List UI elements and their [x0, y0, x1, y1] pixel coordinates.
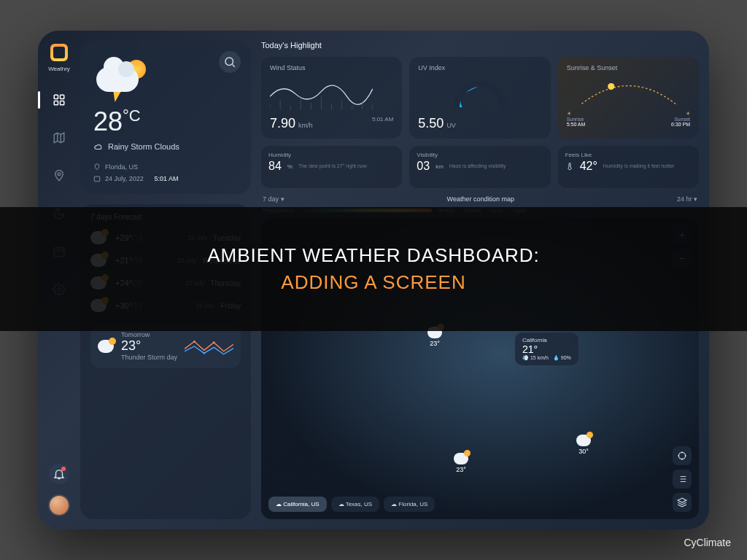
notifications-button[interactable]	[49, 464, 69, 484]
watermark: CyClimate	[684, 537, 731, 548]
feels-value: 42°	[580, 160, 597, 173]
overlay-line1: AMBIENT WEATHER DASHBOARD:	[207, 244, 540, 267]
svg-rect-3	[61, 101, 64, 105]
callout-humidity: 90%	[561, 355, 571, 360]
nav-location[interactable]	[38, 164, 80, 187]
temp-value: 28	[93, 106, 123, 136]
tomorrow-text: Tomorrow 23° Thunder Storm day	[121, 331, 177, 361]
humidity-value: 84	[268, 160, 282, 173]
sun-title: Sunrise & Sunset	[567, 64, 690, 71]
wind-value: 7.90	[270, 116, 295, 131]
sidebar-bottom	[48, 464, 70, 516]
humidity-unit: %	[287, 163, 293, 170]
uv-gauge	[418, 74, 541, 114]
tomorrow-temp: 23°	[121, 338, 177, 354]
map-pin[interactable]: 30°	[576, 435, 591, 455]
visibility-value: 03	[417, 160, 430, 173]
bell-icon	[53, 467, 66, 481]
sun-card: Sunrise & Sunset ☀ Sunrise5:50 AM ☀ Suns…	[558, 57, 699, 139]
search-icon	[223, 55, 236, 69]
sunset-block: ☀ Sunset6:30 PM	[671, 111, 690, 127]
callout-name: California	[522, 337, 571, 343]
map-icon	[53, 131, 66, 144]
crosshair-icon	[677, 451, 687, 461]
uv-value: 5.50	[418, 116, 444, 131]
map-tab[interactable]: ☁ California, US	[268, 497, 327, 512]
wind-card: Wind Status 7.90km/h5:01 AM	[261, 57, 402, 139]
visibility-note: Haze is affecting visibility	[449, 163, 506, 169]
svg-point-9	[193, 340, 196, 342]
condition-text: Rainy Storm Clouds	[108, 142, 179, 151]
current-temp: 28°C	[93, 106, 238, 137]
current-condition: Rainy Storm Clouds	[93, 141, 238, 152]
map-range-left[interactable]: 7 day ▾	[263, 195, 285, 203]
time-text: 5:01 AM	[154, 175, 178, 182]
sunrise-block: ☀ Sunrise5:50 AM	[567, 111, 586, 127]
pin-icon	[53, 169, 66, 182]
date-text: 24 July, 2022	[105, 175, 144, 182]
tomorrow-label: Tomorrow	[121, 331, 177, 338]
layers-button[interactable]	[673, 493, 692, 512]
map-range-right[interactable]: 24 hr ▾	[677, 195, 697, 203]
sparkline	[185, 334, 233, 359]
uv-title: UV Index	[418, 64, 541, 71]
sunrise-time: 5:50 AM	[567, 122, 586, 127]
list-icon	[677, 474, 687, 484]
svg-rect-1	[61, 95, 64, 98]
nav-map[interactable]	[38, 126, 80, 149]
mini-row: Humidity 84%The dew point is 27° right n…	[261, 146, 699, 188]
sunrise-label: Sunrise	[567, 117, 586, 122]
wind-unit: km/h	[298, 122, 313, 129]
brand-name: Weathry	[48, 66, 70, 72]
user-avatar[interactable]	[48, 494, 70, 516]
map-title: Weather condition map	[447, 195, 514, 203]
sun-labels: ☀ Sunrise5:50 AM ☀ Sunset6:30 PM	[567, 111, 690, 127]
svg-point-10	[213, 341, 215, 343]
visibility-unit: km	[436, 163, 444, 170]
highlight-row: Wind Status 7.90km/h5:01 AM UV Index 5.5…	[261, 57, 699, 139]
humidity-card: Humidity 84%The dew point is 27° right n…	[261, 146, 402, 188]
locate-button[interactable]	[673, 446, 692, 465]
wind-time: 5:01 AM	[372, 116, 393, 131]
grid-icon	[53, 93, 66, 106]
search-button[interactable]	[219, 51, 241, 73]
humidity-title: Humidity	[268, 152, 395, 158]
location-row: Florida, US	[93, 163, 238, 171]
uv-card: UV Index 5.50UV	[409, 57, 550, 139]
location-text: Florida, US	[105, 163, 138, 171]
svg-point-4	[58, 173, 61, 176]
wind-title: Wind Status	[270, 64, 393, 71]
uv-unit: UV	[446, 122, 456, 129]
sunset-label: Sunset	[671, 117, 690, 122]
layers-icon	[677, 497, 687, 508]
nav-dashboard[interactable]	[38, 88, 80, 112]
map-tab[interactable]: ☁ Texas, US	[331, 497, 380, 512]
callout-wind: 15 km/h	[530, 355, 549, 360]
svg-rect-2	[54, 101, 58, 105]
svg-point-11	[203, 352, 205, 354]
sun-arc	[567, 74, 690, 108]
callout-temp: 21°	[522, 343, 571, 355]
svg-rect-8	[94, 176, 100, 182]
map-pin[interactable]: 23°	[454, 453, 468, 473]
map-header: 7 day ▾ Weather condition map 24 hr ▾	[261, 195, 699, 203]
weather-icon	[93, 57, 152, 101]
map-callout: California 21° 💨 15 km/h💧 90%	[515, 332, 578, 365]
visibility-card: Visibility 03kmHaze is affecting visibil…	[409, 146, 550, 188]
calendar-icon	[93, 175, 101, 182]
map-tabs: ☁ California, US☁ Texas, US☁ Florida, US	[268, 497, 435, 512]
svg-point-23	[608, 83, 614, 90]
humidity-note: The dew point is 27° right now	[298, 163, 367, 169]
current-weather-card: 28°C Rainy Storm Clouds Florida, US 24 J…	[80, 41, 251, 194]
datetime-row: 24 July, 2022 5:01 AM	[93, 175, 238, 182]
sunset-time: 6:30 PM	[671, 122, 690, 127]
app-logo	[50, 44, 68, 61]
list-button[interactable]	[673, 470, 692, 489]
wind-chart	[270, 77, 373, 109]
svg-rect-0	[54, 95, 58, 98]
cloud-icon	[93, 141, 104, 152]
map-tab[interactable]: ☁ Florida, US	[384, 497, 435, 512]
svg-point-24	[678, 452, 685, 459]
feels-note: Humidity is making it feel hotter	[603, 163, 674, 169]
svg-point-7	[225, 58, 233, 66]
